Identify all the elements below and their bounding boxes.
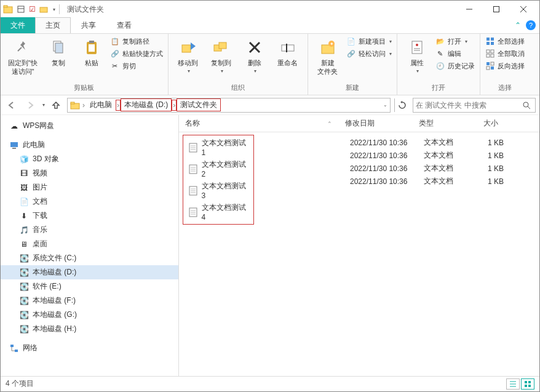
paste-button[interactable]: 粘贴 (77, 36, 106, 68)
nav-thispc[interactable]: 此电脑 (1, 138, 178, 152)
close-button[interactable] (510, 1, 537, 18)
file-row-meta[interactable]: 2022/11/30 10:36文本文档1 KB (258, 149, 510, 162)
maximize-button[interactable] (483, 1, 510, 18)
nav-item[interactable]: 🎞视频 (1, 166, 178, 180)
refresh-button[interactable] (394, 98, 409, 112)
tab-share[interactable]: 共享 (71, 17, 106, 33)
col-date[interactable]: 修改日期 (339, 115, 413, 132)
nav-item[interactable]: 💽本地磁盘 (G:) (1, 308, 178, 322)
crumb-sep-icon[interactable]: › (82, 101, 85, 110)
select-none-button[interactable]: 全部取消 (485, 49, 525, 58)
col-name[interactable]: 名称⌃ (179, 115, 339, 132)
file-row-meta[interactable]: 2022/11/30 10:36文本文档1 KB (258, 162, 510, 175)
crumb-drive[interactable]: 本地磁盘 (D:) (122, 100, 170, 110)
drive-icon: 💽 (19, 268, 29, 278)
shortcut-icon: 🔗 (110, 49, 120, 58)
view-icons-button[interactable] (521, 378, 534, 390)
svg-rect-35 (486, 54, 490, 57)
history-button[interactable]: 🕘历史记录 (435, 61, 475, 71)
search-input[interactable] (416, 101, 520, 110)
nav-item[interactable]: 💽本地磁盘 (D:) (1, 265, 178, 279)
search-box[interactable] (413, 98, 536, 113)
nav-item[interactable]: 🎵音乐 (1, 223, 178, 237)
invert-selection-button[interactable]: 反向选择 (485, 61, 525, 71)
nav-item[interactable]: ⬇下载 (1, 209, 178, 223)
qat-properties-icon[interactable] (17, 5, 25, 14)
svg-rect-32 (491, 42, 494, 45)
svg-rect-48 (15, 350, 18, 352)
move-to-button[interactable]: 移动到▾ (173, 36, 203, 75)
ribbon: 固定到"快 速访问" 复制 粘贴 📋复制路径 🔗粘贴快捷方式 ✂剪切 剪贴板 移… (1, 34, 539, 95)
file-row[interactable]: 文本文档测试2 (185, 158, 252, 180)
select-all-button[interactable]: 全部选择 (485, 36, 525, 46)
crumb-folder[interactable]: 测试文件夹 (178, 100, 220, 110)
addr-dropdown-icon[interactable]: ⌄ (383, 102, 387, 108)
col-size[interactable]: 大小 (462, 115, 505, 132)
tab-view[interactable]: 查看 (106, 17, 142, 33)
file-row-meta[interactable]: 2022/11/30 10:36文本文档1 KB (258, 175, 510, 188)
nav-item[interactable]: 💽系统文件 (C:) (1, 251, 178, 265)
new-item-button[interactable]: 📄新建项目▾ (346, 36, 392, 46)
copy-button[interactable]: 复制 (44, 36, 73, 68)
history-icon: 🕘 (435, 61, 445, 71)
tab-file[interactable]: 文件 (1, 17, 35, 33)
nav-item[interactable]: 📄文档 (1, 194, 178, 209)
nav-up-button[interactable] (49, 98, 63, 113)
invert-icon (485, 61, 495, 71)
crumb-sep-icon[interactable]: › (117, 101, 119, 110)
file-row[interactable]: 文本文档测试3 (185, 180, 252, 201)
delete-button[interactable]: 删除▾ (240, 36, 269, 75)
edit-button[interactable]: ✎编辑 (435, 49, 475, 58)
qat-folder-icon[interactable] (39, 5, 48, 14)
drive-icon: 💽 (19, 324, 29, 334)
paste-shortcut-button[interactable]: 🔗粘贴快捷方式 (110, 49, 163, 58)
nav-back-button[interactable] (4, 98, 19, 113)
properties-button[interactable]: 属性▾ (402, 36, 432, 75)
open-button[interactable]: 📂打开▾ (435, 36, 475, 46)
file-row[interactable]: 文本文档测试4 (185, 201, 252, 223)
nav-item[interactable]: 💽本地磁盘 (F:) (1, 294, 178, 308)
drive-icon: 🖼 (19, 183, 29, 193)
new-folder-button[interactable]: ✦ 新建 文件夹 (313, 36, 343, 77)
nav-network[interactable]: 网络 (1, 341, 178, 355)
svg-rect-11 (55, 43, 63, 53)
svg-rect-34 (491, 50, 494, 53)
titlebar: ☑ ▾ 测试文件夹 (1, 1, 539, 18)
easy-access-button[interactable]: 🔗轻松访问▾ (346, 49, 392, 58)
copy-path-button[interactable]: 📋复制路径 (110, 36, 163, 46)
open-icon: 📂 (435, 36, 445, 46)
network-icon (9, 343, 19, 353)
drive-icon: 💽 (19, 296, 29, 306)
file-row[interactable]: 文本文档测试1 (185, 137, 252, 158)
address-bar[interactable]: › 此电脑 › 本地磁盘 (D:) › 测试文件夹 ⌄ (67, 98, 391, 113)
pin-quickaccess-button[interactable]: 固定到"快 速访问" (6, 36, 40, 77)
nav-item[interactable]: 🧊3D 对象 (1, 152, 178, 166)
help-icon[interactable]: ? (526, 20, 536, 30)
qat-dropdown-icon[interactable]: ▾ (53, 7, 55, 12)
nav-wps[interactable]: ☁WPS网盘 (1, 119, 178, 133)
crumb-sep-icon[interactable]: › (173, 101, 175, 110)
tab-home[interactable]: 主页 (35, 17, 71, 33)
drive-icon: 💽 (19, 310, 29, 320)
nav-item[interactable]: 🖼图片 (1, 180, 178, 194)
rename-button[interactable]: 重命名 (273, 36, 303, 68)
nav-item[interactable]: 🖥桌面 (1, 237, 178, 251)
drive-icon: 💽 (19, 282, 29, 292)
ribbon-collapse-icon[interactable]: ⌃ (515, 21, 521, 30)
cut-button[interactable]: ✂剪切 (110, 61, 163, 71)
new-group-label: 新建 (313, 83, 392, 92)
view-details-button[interactable] (506, 378, 520, 390)
col-type[interactable]: 类型 (413, 115, 462, 132)
minimize-button[interactable] (456, 1, 483, 18)
crumb-thispc[interactable]: 此电脑 (87, 100, 114, 110)
qat-check-icon[interactable]: ☑ (29, 5, 36, 14)
copy-to-button[interactable]: 复制到▾ (207, 36, 236, 75)
drive-icon: 🖥 (19, 239, 29, 249)
nav-history-dropdown[interactable]: ▾ (42, 102, 45, 108)
nav-item[interactable]: 💽软件 (E:) (1, 279, 178, 294)
nav-item[interactable]: 💽本地磁盘 (H:) (1, 322, 178, 336)
addr-folder-icon (70, 100, 80, 110)
search-icon[interactable] (520, 101, 533, 110)
file-row-meta[interactable]: 2022/11/30 10:36文本文档1 KB (258, 136, 510, 149)
nav-forward-button[interactable] (23, 98, 38, 113)
